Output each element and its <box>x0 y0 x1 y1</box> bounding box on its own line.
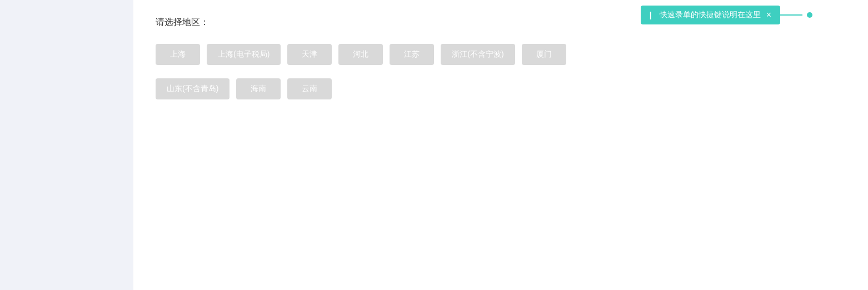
region-btn-hainan[interactable]: 海南 <box>236 78 281 99</box>
tooltip-text: 快速录单的快捷键说明在这里 <box>660 10 761 20</box>
tooltip-line <box>780 14 802 16</box>
region-btn-zhejiang[interactable]: 浙江(不含宁波) <box>441 44 515 65</box>
region-btn-yunnan[interactable]: 云南 <box>287 78 332 99</box>
sidebar <box>0 0 133 290</box>
tooltip-close-button[interactable]: × <box>766 11 771 19</box>
region-btn-jiangsu[interactable]: 江苏 <box>390 44 434 65</box>
region-btn-tianjin[interactable]: 天津 <box>287 44 332 65</box>
region-grid: 上海 上海(电子税局) 天津 河北 江苏 浙江(不含宁波) 厦门 山东(不含青岛… <box>156 44 846 99</box>
region-btn-shandong[interactable]: 山东(不含青岛) <box>156 78 230 99</box>
region-btn-shanghai-etax[interactable]: 上海(电子税局) <box>207 44 281 65</box>
main-content: 请选择地区： 上海 上海(电子税局) 天津 河北 江苏 浙江(不含宁波) 厦门 … <box>133 0 868 290</box>
region-btn-hebei[interactable]: 河北 <box>338 44 383 65</box>
tooltip-dot <box>807 12 812 18</box>
tooltip-box: 快速录单的快捷键说明在这里 × <box>641 6 780 24</box>
region-btn-shanghai[interactable]: 上海 <box>156 44 200 65</box>
tooltip-banner: 快速录单的快捷键说明在这里 × <box>641 6 812 24</box>
region-btn-xiamen[interactable]: 厦门 <box>522 44 566 65</box>
